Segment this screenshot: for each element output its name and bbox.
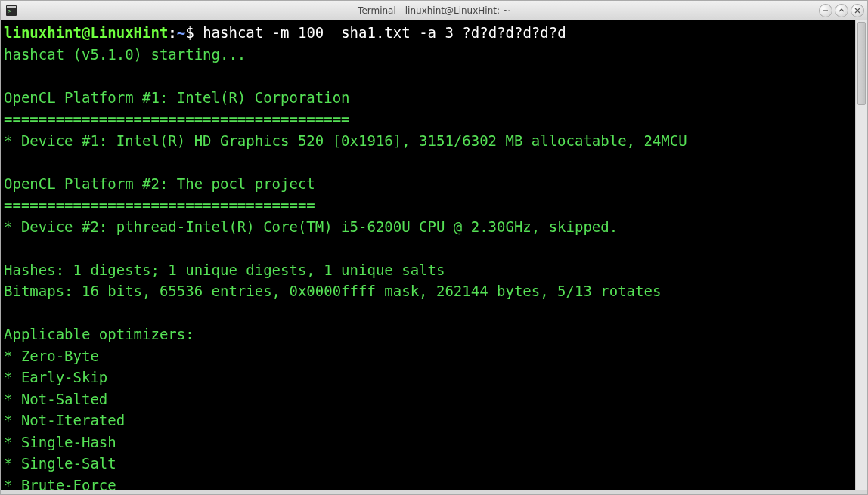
svg-rect-1 <box>7 6 16 8</box>
command-text: hashcat -m 100 sha1.txt -a 3 ?d?d?d?d?d?… <box>203 24 566 41</box>
scroll-thumb[interactable] <box>857 22 866 105</box>
output-line: * Single-Hash <box>4 434 116 450</box>
close-button[interactable] <box>851 4 864 17</box>
output-line: Applicable optimizers: <box>4 326 194 342</box>
minimize-button[interactable] <box>819 4 832 17</box>
prompt-colon: : <box>168 24 176 41</box>
output-line: * Zero-Byte <box>4 348 99 364</box>
window-title: Terminal - linuxhint@LinuxHint: ~ <box>358 5 510 16</box>
titlebar: >_ Terminal - linuxhint@LinuxHint: ~ <box>1 1 867 20</box>
output-line: * Not-Iterated <box>4 412 125 428</box>
prompt-user-host: linuxhint@LinuxHint <box>4 24 168 41</box>
terminal-app-icon: >_ <box>5 5 17 17</box>
output-line: OpenCL Platform #1: Intel(R) Corporation <box>4 89 350 106</box>
prompt-symbol: $ <box>185 24 194 41</box>
output-line: * Single-Salt <box>4 455 116 472</box>
maximize-button[interactable] <box>835 4 848 17</box>
output-line: * Device #2: pthread-Intel(R) Core(TM) i… <box>4 218 618 235</box>
output-line: * Brute-Force <box>4 477 116 490</box>
scrollbar[interactable] <box>855 20 867 490</box>
output-line: ==================================== <box>4 196 315 213</box>
svg-text:>_: >_ <box>8 8 15 14</box>
window-bottom-border <box>1 490 867 494</box>
window-controls <box>819 4 864 17</box>
prompt-path: ~ <box>177 24 185 41</box>
output-line: Hashes: 1 digests; 1 unique digests, 1 u… <box>4 261 445 278</box>
output-line: * Device #1: Intel(R) HD Graphics 520 [0… <box>4 132 687 149</box>
output-line: OpenCL Platform #2: The pocl project <box>4 175 315 192</box>
output-line: * Early-Skip <box>4 369 107 385</box>
output-line: Bitmaps: 16 bits, 65536 entries, 0x0000f… <box>4 283 661 299</box>
output-line: hashcat (v5.1.0) starting... <box>4 46 246 63</box>
output-line: ======================================== <box>4 110 350 127</box>
terminal-output[interactable]: linuxhint@LinuxHint:~$ hashcat -m 100 sh… <box>1 20 855 490</box>
terminal-area: linuxhint@LinuxHint:~$ hashcat -m 100 sh… <box>1 20 867 490</box>
output-line: * Not-Salted <box>4 391 107 407</box>
